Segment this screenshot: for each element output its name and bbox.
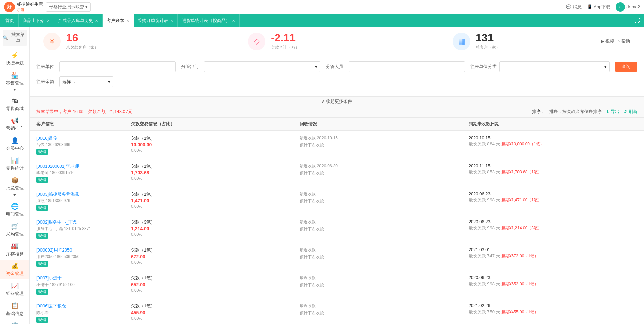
system-icon: ⚙️	[11, 322, 19, 324]
search-menu-button[interactable]: 🔍 搜索菜单	[3, 30, 27, 46]
help-button[interactable]: ? 帮助	[618, 38, 630, 45]
tab-product-off[interactable]: 商品上下架 ✕	[19, 14, 54, 27]
manager-input[interactable]: ...	[349, 61, 465, 72]
customer-name-5[interactable]: [0007]小进干	[36, 275, 131, 281]
sort-selector[interactable]: 排序：按欠款金额倒序排序	[549, 109, 602, 115]
customer-name-3[interactable]: [0002]服务中心_丁磊	[36, 219, 131, 225]
tab-product-history[interactable]: 产成品入库单历史 ✕	[54, 14, 103, 27]
overdue-link-0[interactable]: 超期¥10,000.00（1笔）	[501, 142, 544, 146]
balance-select[interactable]: 选择... ▾	[59, 76, 113, 87]
customer-tag-2: 现销	[36, 205, 48, 211]
sidebar-item-ops[interactable]: 📈 经营管理	[0, 279, 29, 299]
tab-import-stat[interactable]: 进货单统计表（按商品） ✕	[178, 14, 240, 27]
debt-info-4: 欠款（1笔） 672.00 0.00%	[131, 247, 300, 265]
sidebar-item-member[interactable]: 👤 会员中心	[0, 134, 29, 154]
tab-minimize-icon[interactable]: —	[626, 18, 632, 24]
col-header-due: 到期未收款日期	[469, 121, 637, 127]
customer-phone-3: 服务中心_丁磊 181 0125 8371	[36, 226, 131, 232]
sidebar-item-finance[interactable]: 💰 资金管理	[0, 260, 29, 279]
dept-select[interactable]: ▾	[204, 61, 320, 72]
debt-info-1: 欠款（1笔） 1,703.68 0.00%	[131, 163, 300, 181]
store-selector[interactable]: 母婴行业演示账套 ▾	[46, 2, 91, 12]
logo-icon: 好	[4, 2, 15, 12]
filter-source-unit: 往来单位 ...	[36, 61, 176, 72]
tab-maximize-icon[interactable]: ⛶	[635, 18, 640, 24]
sidebar-item-retail-stats[interactable]: 📊 零售统计	[0, 154, 29, 174]
overdue-link-3[interactable]: 超期¥1,214.00（3笔）	[501, 226, 542, 230]
dept-label: 分管部门	[181, 64, 201, 70]
filter-manager: 分管人员 ...	[326, 61, 465, 72]
due-info-2: 2020.06.23 最长欠款 998 天 超期¥1,471.00（1笔）	[469, 191, 637, 203]
overdue-link-6[interactable]: 超期¥455.90（1笔）	[501, 310, 538, 314]
retail-mall-icon: 🛍	[12, 97, 18, 105]
ecommerce-icon: 🌐	[11, 203, 19, 210]
sidebar-item-retail-mall[interactable]: 🛍 零售商城	[0, 95, 29, 114]
overdue-link-2[interactable]: 超期¥1,471.00（1笔）	[501, 198, 542, 202]
table-row: [0007]小进干 小进干 18279152100 现销 欠款（1笔） 652.…	[30, 271, 644, 299]
export-button[interactable]: ⬇ 导出	[606, 109, 620, 115]
sidebar-item-marketing[interactable]: 📢 营销推广	[0, 114, 29, 134]
balance-label: 往来余额	[36, 79, 57, 85]
overdue-link-4[interactable]: 超期¥672.00（1笔）	[501, 254, 538, 258]
filter-area: 往来单位 ... 分管部门 ▾ 分管人员 ...	[30, 56, 644, 97]
customer-phone-0: 吕俊 13026203696	[36, 142, 131, 148]
customer-tag-4: 现销	[36, 261, 48, 267]
overdue-link-5[interactable]: 超期¥652.00（1笔）	[501, 282, 538, 286]
sidebar-item-retail-mgmt[interactable]: 🏪 零售管理 ▾	[0, 69, 29, 95]
export-icon: ⬇	[606, 109, 611, 114]
tab-customer-account[interactable]: 客户账本 ✕	[103, 14, 134, 27]
tab-bar: 首页 商品上下架 ✕ 产成品入库单历史 ✕ 客户账本 ✕ 采购订单统计表 ✕ 进…	[0, 14, 644, 27]
collapse-icon: ∧	[321, 99, 325, 104]
search-icon: 🔍	[3, 35, 8, 40]
customer-name-2[interactable]: [0003]畅捷服务尹海燕	[36, 191, 131, 197]
sidebar-item-ecommerce[interactable]: 🌐 电商管理	[0, 200, 29, 220]
recovery-info-2: 最近收款 预计下次收款	[300, 191, 468, 204]
sidebar-item-basic-info[interactable]: 📋 基础信息	[0, 299, 29, 319]
tab-close-import-stat[interactable]: ✕	[232, 19, 235, 23]
sidebar-item-inventory[interactable]: 🏭 库存核算	[0, 240, 29, 260]
logo-area[interactable]: 好 畅捷通好生意 示范	[4, 1, 43, 12]
debt-amount-value: -2.11	[271, 32, 299, 43]
app-download-button[interactable]: 📱 App下载	[587, 4, 610, 10]
sidebar-item-batch-mgmt[interactable]: 📦 批发管理 ▾	[0, 174, 29, 200]
source-unit-input[interactable]: ...	[59, 61, 176, 72]
quick-nav-icon: ⚡	[11, 52, 19, 59]
source-unit-label: 往来单位	[36, 64, 57, 70]
tab-close-product-off[interactable]: ✕	[47, 19, 50, 23]
customer-phone-4: 用户2050 18665062050	[36, 254, 131, 260]
tab-close-product-history[interactable]: ✕	[95, 19, 98, 23]
user-menu[interactable]: d demo2	[616, 2, 640, 12]
sidebar-item-purchase[interactable]: 🛒 采购管理	[0, 220, 29, 240]
overdue-link-1[interactable]: 超期¥1,703.68（1笔）	[501, 170, 542, 174]
collapse-row[interactable]: ∧ 收起更多条件	[30, 97, 644, 106]
customer-info-4: [000002]用户2050 用户2050 18665062050 现销	[36, 247, 131, 267]
sort-label: 排序：	[532, 109, 545, 115]
view-video-button[interactable]: ▶ 视频	[601, 38, 614, 45]
sidebar-item-quick-nav[interactable]: ⚡ 快捷导航	[0, 49, 29, 69]
table-row: [0006]去下粮仓 陈小希 现销 欠款（1笔） 455.90 0.00% 最近…	[30, 299, 644, 324]
customer-name-4[interactable]: [000002]用户2050	[36, 247, 131, 253]
customer-tag-1: 现销	[36, 177, 48, 183]
ops-icon: 📈	[11, 282, 19, 290]
debt-customers-icon: ¥	[43, 33, 61, 50]
unit-category-select[interactable]: ▾	[499, 61, 610, 72]
customer-tag-0: 现销	[36, 149, 48, 155]
tab-close-customer-account[interactable]: ✕	[126, 19, 129, 23]
stat-card-debt-customers: ¥ 16 总欠款客户（家）	[30, 27, 234, 56]
customer-name-1[interactable]: [00010200001]李老师	[36, 163, 131, 169]
tab-close-purchase-order[interactable]: ✕	[170, 19, 173, 23]
refresh-button[interactable]: ↺ 刷新	[623, 109, 637, 115]
sidebar-search-area: 🔍 搜索菜单	[0, 27, 29, 49]
sidebar-item-system[interactable]: ⚙️ 系统管理	[0, 319, 29, 324]
table-row: [0003]畅捷服务尹海燕 海燕 18513066976 现销 欠款（1笔） 1…	[30, 187, 644, 215]
search-button[interactable]: 查询	[615, 62, 637, 72]
tab-purchase-order[interactable]: 采购订单统计表 ✕	[134, 14, 178, 27]
total-customers-value: 131	[476, 32, 500, 43]
customer-name-6[interactable]: [0006]去下粮仓	[36, 303, 131, 309]
message-button[interactable]: 💬 消息	[566, 4, 582, 10]
debt-customers-label: 总欠款客户（家）	[66, 45, 99, 50]
inventory-icon: 🏭	[11, 242, 19, 250]
customer-name-0[interactable]: [0016]吕俊	[36, 135, 131, 141]
tab-home[interactable]: 首页	[1, 14, 19, 27]
results-summary: 搜索结果中，客户 16 家 欠款金额 -21,148.07元 排序： 排序：按欠…	[30, 106, 644, 118]
